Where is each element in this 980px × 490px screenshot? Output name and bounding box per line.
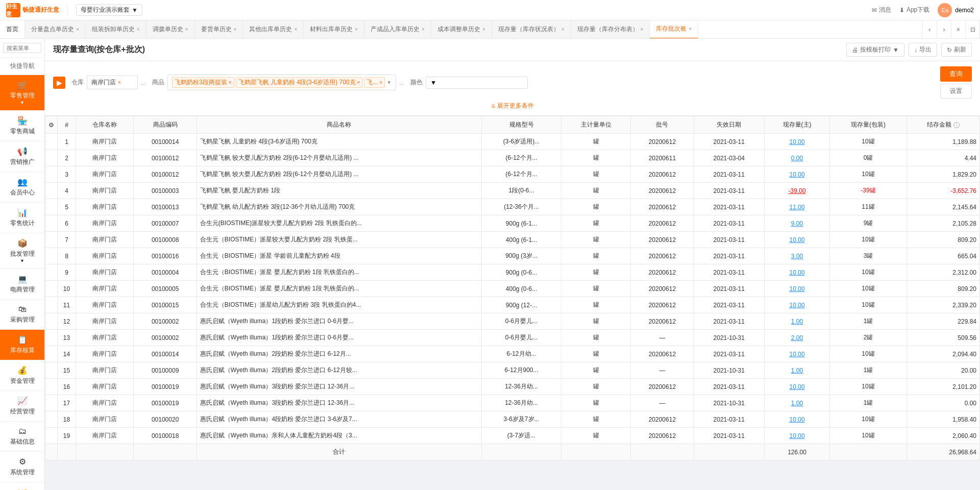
tab-prev-btn[interactable]: ‹ — [923, 20, 937, 39]
cell-qty-main-12[interactable]: 2.00 — [764, 330, 829, 346]
tab-10[interactable]: 现存量（库存分布表） × — [571, 20, 650, 39]
tab-7[interactable]: 产成品入库单历史 × — [364, 20, 431, 39]
cell-settings-18[interactable] — [45, 428, 58, 444]
refresh-button[interactable]: ↻ 刷新 — [941, 43, 972, 57]
expand-more-btn[interactable]: ≡ 展开更多条件 — [53, 102, 972, 110]
tab-7-close[interactable]: × — [422, 27, 425, 32]
tab-11[interactable]: 库存批次账 × — [650, 20, 698, 39]
tab-1[interactable]: 分量盘点单历史 × — [25, 20, 86, 39]
cell-qty-main-13[interactable]: 10.00 — [764, 346, 829, 362]
color-input[interactable]: ▼ — [426, 77, 528, 89]
tab-close-btn[interactable]: × — [951, 20, 966, 39]
tab-8-close[interactable]: × — [482, 27, 485, 32]
tab-5-close[interactable]: × — [294, 27, 297, 32]
product-tag-3-del[interactable]: × — [379, 80, 382, 85]
tab-9-close[interactable]: × — [561, 27, 565, 32]
cell-qty-main-7[interactable]: 3.00 — [764, 248, 829, 264]
warehouse-clear-btn[interactable]: × — [118, 80, 121, 85]
cell-qty-main-14[interactable]: 1.00 — [764, 362, 829, 379]
tab-9[interactable]: 现存量（库存状况表） × — [492, 20, 571, 39]
app-download-action[interactable]: ⬇ App下载 — [899, 6, 929, 14]
tab-8[interactable]: 成本调整单历史 × — [431, 20, 492, 39]
tab-6[interactable]: 材料出库单历史 × — [304, 20, 364, 39]
cell-qty-main-8[interactable]: 10.00 — [764, 264, 829, 281]
cell-qty-main-0[interactable]: 10.00 — [764, 134, 829, 150]
cell-settings-13[interactable] — [45, 346, 58, 362]
cell-settings-6[interactable] — [45, 232, 58, 248]
sidebar-item-collab[interactable]: 🤝 企业协同 — [0, 482, 44, 490]
query-button[interactable]: 查询 — [940, 66, 972, 82]
cell-settings-15[interactable] — [45, 379, 58, 395]
sidebar-item-finance[interactable]: 💰 资金管理 — [0, 360, 44, 391]
cell-qty-main-6[interactable]: 10.00 — [764, 232, 829, 248]
sidebar-item-retail[interactable]: 🛒 零售管理 ▼ — [0, 75, 44, 111]
warehouse-more[interactable]: ... — [141, 79, 146, 86]
settings-button[interactable]: 设置 — [940, 84, 972, 99]
tab-1-close[interactable]: × — [76, 27, 79, 32]
sidebar-item-marketing[interactable]: 📢 营销推广 — [0, 141, 44, 172]
tab-6-close[interactable]: × — [355, 27, 358, 32]
tab-menu-btn[interactable]: ⊡ — [966, 20, 980, 39]
sidebar-shortcut[interactable]: 快捷导航 — [0, 58, 44, 75]
cell-settings-4[interactable] — [45, 199, 58, 215]
th-settings[interactable]: ⚙ — [45, 116, 58, 134]
sidebar-item-system[interactable]: ⚙ 系统管理 — [0, 452, 44, 482]
tab-4-close[interactable]: × — [234, 27, 237, 32]
cell-qty-main-2[interactable]: 10.00 — [764, 166, 829, 183]
cell-settings-2[interactable] — [45, 166, 58, 183]
cell-qty-main-4[interactable]: 11.00 — [764, 199, 829, 215]
filter-collapse-btn[interactable]: ▶ — [53, 77, 65, 89]
product-tag-2-del[interactable]: × — [357, 80, 360, 85]
cell-qty-main-15[interactable]: 10.00 — [764, 379, 829, 395]
cell-settings-7[interactable] — [45, 248, 58, 264]
sidebar-item-ecommerce[interactable]: 💻 电商管理 — [0, 269, 44, 300]
message-action[interactable]: ✉ 消息 — [872, 6, 891, 14]
search-input[interactable] — [3, 43, 41, 53]
sidebar-item-mall[interactable]: 🏪 零售商城 — [0, 111, 44, 141]
tab-4[interactable]: 要货单历史 × — [195, 20, 243, 39]
tab-11-close[interactable]: × — [689, 26, 692, 32]
tab-2[interactable]: 组装拆卸单历史 × — [86, 20, 146, 39]
cell-qty-main-1[interactable]: 0.00 — [764, 150, 829, 166]
sidebar-item-retail-stats[interactable]: 📊 零售统计 — [0, 203, 44, 233]
sidebar-item-member[interactable]: 👥 会员中心 — [0, 172, 44, 203]
cell-qty-main-10[interactable]: 10.00 — [764, 297, 829, 313]
breadcrumb-select[interactable]: 母婴行业演示账套 ▼ — [76, 4, 142, 16]
sidebar-item-wholesale[interactable]: 📦 批发管理 ▼ — [0, 233, 44, 269]
sidebar-item-inventory[interactable]: 📋 库存核算 — [0, 330, 44, 360]
tab-5[interactable]: 其他出库单历史 × — [243, 20, 304, 39]
sidebar-item-purchase[interactable]: 🛍 采购管理 — [0, 300, 44, 330]
cell-qty-main-3[interactable]: -39.00 — [764, 183, 829, 199]
cell-settings-8[interactable] — [45, 264, 58, 281]
sidebar-item-basic[interactable]: 🗂 基础信息 — [0, 422, 44, 452]
cell-settings-16[interactable] — [45, 395, 58, 411]
cell-qty-main-16[interactable]: 1.00 — [764, 395, 829, 411]
tab-3[interactable]: 调拨单历史 × — [146, 20, 195, 39]
tab-3-close[interactable]: × — [185, 27, 188, 32]
cell-qty-main-9[interactable]: 10.00 — [764, 281, 829, 297]
cell-qty-main-18[interactable]: 10.00 — [764, 428, 829, 444]
sidebar-item-operation[interactable]: 📈 经营管理 — [0, 391, 44, 422]
cell-settings-3[interactable] — [45, 183, 58, 199]
cell-settings-9[interactable] — [45, 281, 58, 297]
tab-2-close[interactable]: × — [137, 27, 140, 32]
cell-qty-main-5[interactable]: 9.00 — [764, 215, 829, 232]
cell-settings-5[interactable] — [45, 215, 58, 232]
tab-home[interactable]: 首页 — [0, 20, 25, 39]
cell-settings-1[interactable] — [45, 150, 58, 166]
amount-info-icon[interactable]: i — [953, 122, 960, 128]
cell-settings-0[interactable] — [45, 134, 58, 150]
cell-qty-main-11[interactable]: 1.00 — [764, 313, 829, 330]
template-print-button[interactable]: 🖨 按模板打印 ▼ — [846, 43, 904, 57]
user-profile[interactable]: Ea demo2 — [938, 3, 974, 17]
cell-settings-10[interactable] — [45, 297, 58, 313]
cell-settings-14[interactable] — [45, 362, 58, 379]
cell-settings-17[interactable] — [45, 411, 58, 428]
cell-qty-main-17[interactable]: 10.00 — [764, 411, 829, 428]
tab-next-btn[interactable]: › — [937, 20, 951, 39]
product-more[interactable]: ... — [399, 79, 404, 86]
product-tag-1-del[interactable]: × — [229, 80, 232, 85]
cell-settings-12[interactable] — [45, 330, 58, 346]
cell-settings-11[interactable] — [45, 313, 58, 330]
warehouse-input[interactable]: 南岸门店 × — [87, 76, 138, 89]
